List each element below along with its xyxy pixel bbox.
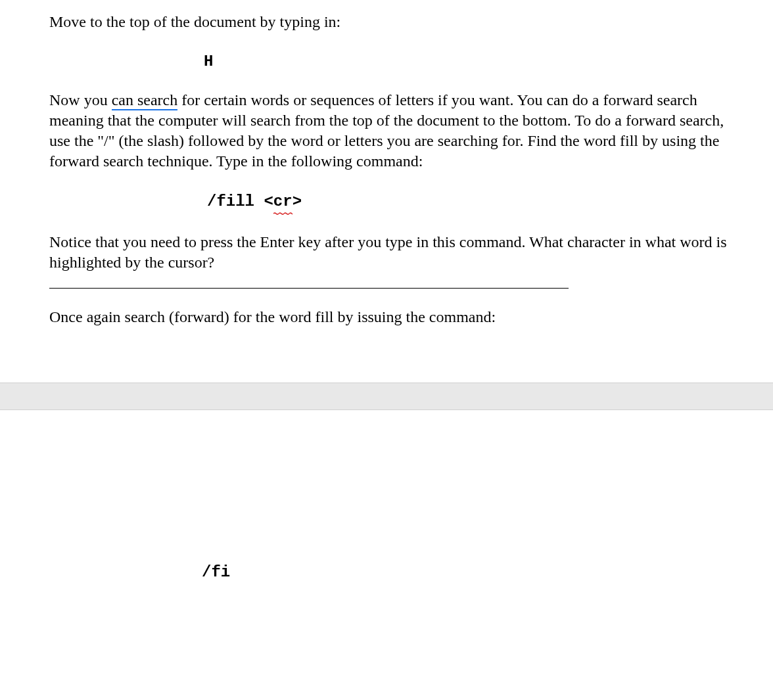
command-block-H: H [204, 51, 727, 72]
spell-marked-cr[interactable]: cr [273, 192, 293, 212]
answer-blank-line [49, 288, 569, 289]
page-1: Move to the top of the document by typin… [0, 0, 773, 383]
paragraph-search-explain: Now you can search for certain words or … [49, 90, 727, 171]
command-fill-b: > [293, 193, 302, 210]
page-2: /fi [0, 410, 773, 609]
paragraph-once-again: Once again search (forward) for the word… [49, 307, 727, 327]
command-fill-a: /fill < [207, 193, 273, 210]
grammar-marked-can-search[interactable]: can search [112, 91, 178, 110]
page-break [0, 383, 773, 410]
document-wrap: Move to the top of the document by typin… [0, 0, 773, 609]
command-block-fi: /fi [202, 561, 727, 583]
para-search-part-a: Now you [49, 91, 112, 108]
command-block-fill: /fill <cr> [207, 191, 727, 212]
command-fi: /fi [202, 563, 230, 581]
paragraph-move-top: Move to the top of the document by typin… [49, 12, 727, 32]
paragraph-notice-enter: Notice that you need to press the Enter … [49, 232, 727, 272]
command-H: H [204, 53, 213, 70]
